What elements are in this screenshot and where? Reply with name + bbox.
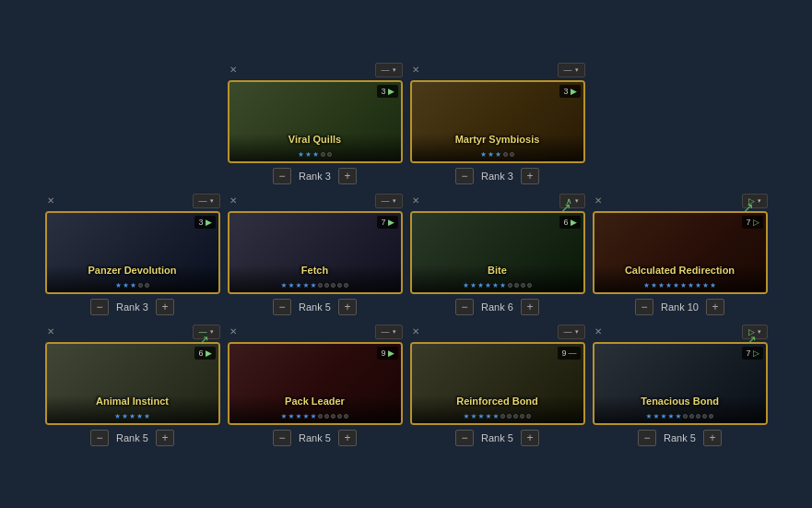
calculated-remove-btn[interactable]: ✕ <box>593 194 604 207</box>
s3 <box>659 283 665 289</box>
animal-bg <box>47 344 218 423</box>
reinforced-card[interactable]: 9 — Reinforced Bond <box>410 342 585 425</box>
reinforced-rank-plus[interactable]: + <box>521 430 539 446</box>
pack-stars <box>229 414 401 419</box>
minus-icon: — <box>564 327 572 337</box>
panzer-rank-plus[interactable]: + <box>156 299 174 315</box>
s4 <box>138 283 143 288</box>
chevron-down-icon: ▾ <box>393 66 396 74</box>
calculated-name: Calculated Redirection <box>594 265 766 277</box>
panzer-card[interactable]: 3 ▶ Panzer Devolution <box>45 211 220 294</box>
mod-animal-instinct: ✕ — ▾ ↗ 6 ▶ Animal Instinct <box>45 325 220 446</box>
tenacious-stars <box>594 414 766 419</box>
s2 <box>123 414 128 419</box>
animal-card-wrapper: ↗ 6 ▶ Animal Instinct <box>45 342 220 425</box>
mod-panzer: ✕ — ▾ 3 ▶ Panzer Devolution <box>45 194 220 315</box>
s3 <box>131 283 136 289</box>
bite-card[interactable]: 6 ▶ Bite <box>410 211 585 294</box>
s10 <box>526 414 531 419</box>
pack-remove-btn[interactable]: ✕ <box>228 325 239 338</box>
mod-row-3: ✕ — ▾ ↗ 6 ▶ Animal Instinct <box>18 325 794 446</box>
bite-rank-plus[interactable]: + <box>521 299 539 315</box>
viral-quills-card[interactable]: 3 ▶ Viral Quills <box>228 80 403 163</box>
martyr-rank-minus[interactable]: − <box>455 168 474 184</box>
pack-card[interactable]: 9 ▶ Pack Leader <box>228 342 403 425</box>
s9 <box>520 414 524 419</box>
panzer-rank-minus[interactable]: − <box>90 299 109 315</box>
tenacious-card[interactable]: 7 ▷ Tenacious Bond <box>593 342 768 425</box>
tenacious-rank-minus[interactable]: − <box>638 430 656 446</box>
fetch-card[interactable]: 7 ▶ Fetch <box>228 211 403 294</box>
reinforced-rank-badge: 9 — <box>558 347 580 360</box>
s6 <box>683 414 688 419</box>
tenacious-rank-badge: 7 ▷ <box>742 347 762 360</box>
panzer-menu-btn[interactable]: — ▾ <box>193 194 220 208</box>
s5 <box>674 283 679 289</box>
animal-rank-minus[interactable]: − <box>90 430 109 446</box>
rank-polarity-icon: ▷ <box>753 218 759 227</box>
bite-rank-minus[interactable]: − <box>455 299 474 315</box>
chevron-down-icon: ▾ <box>393 328 396 336</box>
s7 <box>688 283 694 289</box>
s1 <box>464 283 469 289</box>
s2 <box>288 414 294 419</box>
fetch-menu-btn[interactable]: — ▾ <box>375 194 403 208</box>
mod-bite: ✕ ∧ ▾ ↗ 6 ▶ Bite <box>410 194 585 315</box>
panzer-bg <box>47 213 218 292</box>
animal-top-controls: ✕ — ▾ <box>45 325 220 339</box>
calculated-rank-badge: 7 ▷ <box>742 216 762 229</box>
viral-quills-rank-minus[interactable]: − <box>273 168 291 184</box>
s5 <box>145 283 149 288</box>
reinforced-rank-minus[interactable]: − <box>455 430 474 446</box>
bite-remove-btn[interactable]: ✕ <box>410 194 421 207</box>
s3 <box>478 414 484 419</box>
panzer-remove-btn[interactable]: ✕ <box>45 194 56 207</box>
calculated-rank-plus[interactable]: + <box>706 299 724 315</box>
s8 <box>331 414 335 419</box>
martyr-card[interactable]: 3 ▶ Martyr Symbiosis <box>410 80 585 163</box>
animal-card[interactable]: 6 ▶ Animal Instinct <box>45 342 220 425</box>
fetch-remove-btn[interactable]: ✕ <box>228 194 239 207</box>
mod-row-1: ✕ — ▾ 3 ▶ Viral Quills <box>18 63 794 184</box>
martyr-rank-label: Rank 3 <box>481 171 513 182</box>
calculated-rank-minus[interactable]: − <box>635 299 653 315</box>
reinforced-menu-btn[interactable]: — ▾ <box>558 325 585 339</box>
reinforced-top-controls: ✕ — ▾ <box>410 325 585 339</box>
star-5 <box>510 152 514 157</box>
bite-bg <box>412 213 583 292</box>
s10 <box>527 283 532 288</box>
viral-quills-menu-btn[interactable]: — ▾ <box>375 63 403 77</box>
fetch-rank-minus[interactable]: − <box>273 299 291 315</box>
pack-rank-plus[interactable]: + <box>338 430 357 446</box>
s1 <box>646 414 652 419</box>
calculated-card[interactable]: 7 ▷ Calculated Redirection <box>593 211 768 294</box>
mod-reinforced-bond: ✕ — ▾ 9 — Reinforced Bond <box>410 325 585 446</box>
panzer-rank-label: Rank 3 <box>116 301 148 313</box>
tenacious-remove-btn[interactable]: ✕ <box>593 325 604 338</box>
tenacious-rank-plus[interactable]: + <box>703 430 722 446</box>
panzer-top-controls: ✕ — ▾ <box>45 194 220 208</box>
reinforced-remove-btn[interactable]: ✕ <box>410 325 421 338</box>
martyr-menu-btn[interactable]: — ▾ <box>558 63 585 77</box>
viral-quills-name: Viral Quills <box>229 134 401 146</box>
martyr-rank-plus[interactable]: + <box>521 168 539 184</box>
viral-quills-bg <box>229 82 401 161</box>
pack-rank-minus[interactable]: − <box>273 430 291 446</box>
viral-quills-rank-plus[interactable]: + <box>338 168 357 184</box>
star-4 <box>503 152 508 157</box>
martyr-remove-btn[interactable]: ✕ <box>410 63 421 77</box>
viral-quills-remove-btn[interactable]: ✕ <box>228 63 239 77</box>
animal-stars <box>47 414 218 419</box>
chevron-down-icon: ▾ <box>758 328 761 336</box>
s4 <box>486 283 491 289</box>
minus-icon: — <box>382 327 390 337</box>
animal-rank-badge: 6 ▶ <box>194 347 215 360</box>
fetch-rank-plus[interactable]: + <box>338 299 357 315</box>
martyr-rank-controls: − Rank 3 + <box>455 168 539 184</box>
chevron-down-icon: ▾ <box>393 197 396 205</box>
animal-rank-plus[interactable]: + <box>156 430 174 446</box>
s4 <box>668 414 674 419</box>
viral-quills-stars <box>229 152 401 158</box>
pack-menu-btn[interactable]: — ▾ <box>375 325 403 339</box>
animal-remove-btn[interactable]: ✕ <box>45 325 56 338</box>
